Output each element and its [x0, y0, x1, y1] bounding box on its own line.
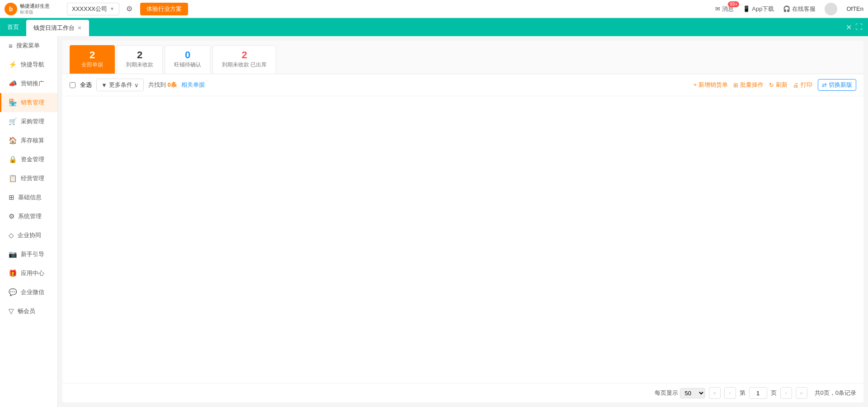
logo-area: b 畅捷通好生意 标准版	[5, 3, 62, 15]
sidebar-item-quick-nav[interactable]: ⚡ 快捷导航	[0, 55, 57, 74]
system-icon: ⚙	[9, 212, 14, 220]
enterprise-icon: ◇	[9, 231, 14, 239]
app-download-button[interactable]: 📱 App下载	[743, 5, 774, 13]
switch-version-button[interactable]: ⇄ 切换新版	[818, 79, 856, 91]
online-service-button[interactable]: 🎧 在线客服	[783, 5, 816, 13]
tab-bar-actions: ✕ ⛶	[846, 23, 868, 32]
content-area: 2 全部单据 2 到期未收款 0 旺铺待确认 2 到期未收款 已出库	[58, 36, 868, 407]
header-right: ✉ 消息 99+ 📱 App下载 🎧 在线客服 OfTEn	[715, 3, 863, 15]
stat-tab-overdue-unshipped[interactable]: 2 到期未收款 已出库	[212, 45, 276, 74]
avatar[interactable]	[825, 3, 837, 15]
tab-bar: 首页 钱货日清工作台 ✕ ✕ ⛶	[0, 18, 868, 36]
sidebar-item-wechat[interactable]: 💬 企业微信	[0, 283, 57, 302]
chevron-down-icon: ▼	[110, 6, 114, 11]
sidebar-item-member[interactable]: ▽ 畅会员	[0, 302, 57, 321]
sidebar-item-system[interactable]: ⚙ 系统管理	[0, 207, 57, 226]
sidebar-item-guide[interactable]: 📷 新手引导	[0, 245, 57, 264]
tab-expand-icon[interactable]: ⛶	[855, 23, 863, 31]
related-records-link[interactable]: 相关单据	[181, 81, 205, 89]
main-layout: ≡ 搜索菜单 ⚡ 快捷导航 📣 营销推广 🏪 销售管理 🛒 采购管理 🏠 库存核…	[0, 36, 868, 407]
content-inner: 2 全部单据 2 到期未收款 0 旺铺待确认 2 到期未收款 已出库	[62, 41, 863, 402]
chevron-down-icon: ∨	[134, 82, 139, 89]
sidebar-item-marketing[interactable]: 📣 营销推广	[0, 74, 57, 93]
sidebar-item-operations[interactable]: 📋 经营管理	[0, 169, 57, 188]
select-all-checkbox[interactable]	[70, 82, 75, 88]
batch-operation-button[interactable]: ⊞ 批量操作	[733, 81, 764, 89]
sidebar-item-enterprise[interactable]: ◇ 企业协同	[0, 226, 57, 245]
quick-nav-icon: ⚡	[9, 61, 17, 69]
tab-home[interactable]: 首页	[0, 18, 26, 36]
refresh-icon: ↻	[769, 82, 774, 89]
sidebar-item-purchase[interactable]: 🛒 采购管理	[0, 112, 57, 131]
first-page-button[interactable]: «	[709, 387, 721, 399]
sidebar-item-sales[interactable]: 🏪 销售管理	[0, 93, 57, 112]
empty-content	[62, 96, 863, 383]
switch-icon: ⇄	[822, 82, 827, 89]
sidebar-item-search-menu[interactable]: ≡ 搜索菜单	[0, 36, 57, 55]
batch-icon: ⊞	[733, 82, 738, 89]
sidebar-item-basic-info[interactable]: ⊞ 基础信息	[0, 188, 57, 207]
operations-icon: 📋	[9, 174, 17, 182]
tab-workbench[interactable]: 钱货日清工作台 ✕	[26, 20, 89, 36]
message-icon: ✉	[715, 5, 720, 12]
stat-tab-all[interactable]: 2 全部单据	[70, 45, 115, 74]
guide-icon: 📷	[9, 250, 17, 258]
inventory-icon: 🏠	[9, 136, 17, 145]
member-icon: ▽	[9, 307, 14, 315]
add-sale-order-button[interactable]: + 新增销货单	[693, 81, 728, 89]
basic-info-icon: ⊞	[9, 193, 14, 201]
service-icon: 🎧	[783, 5, 790, 12]
message-button[interactable]: ✉ 消息 99+	[715, 5, 734, 13]
logo-icon: b	[5, 3, 17, 15]
sidebar-item-inventory[interactable]: 🏠 库存核算	[0, 131, 57, 150]
header-middle: XXXXXX公司 ▼ ⚙ 体验行业方案	[62, 3, 715, 15]
message-badge: 99+	[728, 1, 739, 7]
download-icon: 📱	[743, 5, 750, 12]
logo-text: 畅捷通好生意 标准版	[20, 3, 50, 15]
pagination-bar: 每页显示 50 100 200 « ‹ 第 页 ›	[62, 383, 863, 402]
wechat-icon: 💬	[9, 288, 17, 296]
sidebar-item-app-center[interactable]: 🎁 应用中心	[0, 264, 57, 283]
prev-page-button[interactable]: ‹	[724, 387, 736, 399]
toolbar: 全选 ▼ 更多条件 ∨ 共找到 0条 相关单据 + 新增销货单 ⊞	[62, 74, 863, 96]
sidebar: ≡ 搜索菜单 ⚡ 快捷导航 📣 营销推广 🏪 销售管理 🛒 采购管理 🏠 库存核…	[0, 36, 58, 407]
print-button[interactable]: 🖨 打印	[793, 81, 812, 89]
stats-tabs: 2 全部单据 2 到期未收款 0 旺铺待确认 2 到期未收款 已出库	[62, 41, 863, 74]
refresh-button[interactable]: ↻ 刷新	[769, 81, 788, 89]
top-header: b 畅捷通好生意 标准版 XXXXXX公司 ▼ ⚙ 体验行业方案 ✉ 消息 99…	[0, 0, 868, 18]
page-number-input[interactable]	[749, 387, 767, 399]
per-page-select[interactable]: 50 100 200	[680, 388, 705, 398]
close-icon[interactable]: ✕	[77, 25, 82, 31]
settings-icon[interactable]: ⚙	[123, 3, 136, 15]
trial-button[interactable]: 体验行业方案	[140, 3, 188, 15]
stat-tab-pending-confirm[interactable]: 0 旺铺待确认	[165, 45, 211, 74]
marketing-icon: 📣	[9, 80, 17, 88]
toolbar-left: 全选 ▼ 更多条件 ∨ 共找到 0条 相关单据	[70, 79, 688, 91]
filter-button[interactable]: ▼ 更多条件 ∨	[96, 79, 144, 91]
search-menu-icon: ≡	[9, 42, 13, 50]
sales-icon: 🏪	[9, 98, 17, 107]
page-size-selector: 每页显示 50 100 200	[655, 388, 705, 398]
company-selector[interactable]: XXXXXX公司 ▼	[67, 3, 119, 15]
tab-close-all-icon[interactable]: ✕	[846, 23, 852, 32]
next-page-button[interactable]: ›	[780, 387, 792, 399]
total-info: 共0页，0条记录	[815, 389, 856, 397]
sidebar-item-finance[interactable]: 🔒 资金管理	[0, 150, 57, 169]
purchase-icon: 🛒	[9, 117, 17, 126]
stat-tab-overdue-unpaid[interactable]: 2 到期未收款	[117, 45, 163, 74]
select-all-label: 全选	[80, 81, 92, 89]
toolbar-right: + 新增销货单 ⊞ 批量操作 ↻ 刷新 🖨 打印 ⇄	[693, 79, 856, 91]
last-page-button[interactable]: »	[796, 387, 807, 399]
app-center-icon: 🎁	[9, 269, 17, 277]
finance-icon: 🔒	[9, 155, 17, 164]
filter-icon: ▼	[101, 82, 107, 89]
username-label: OfTEn	[846, 5, 863, 12]
found-text: 共找到 0条	[148, 81, 177, 89]
print-icon: 🖨	[793, 82, 799, 89]
